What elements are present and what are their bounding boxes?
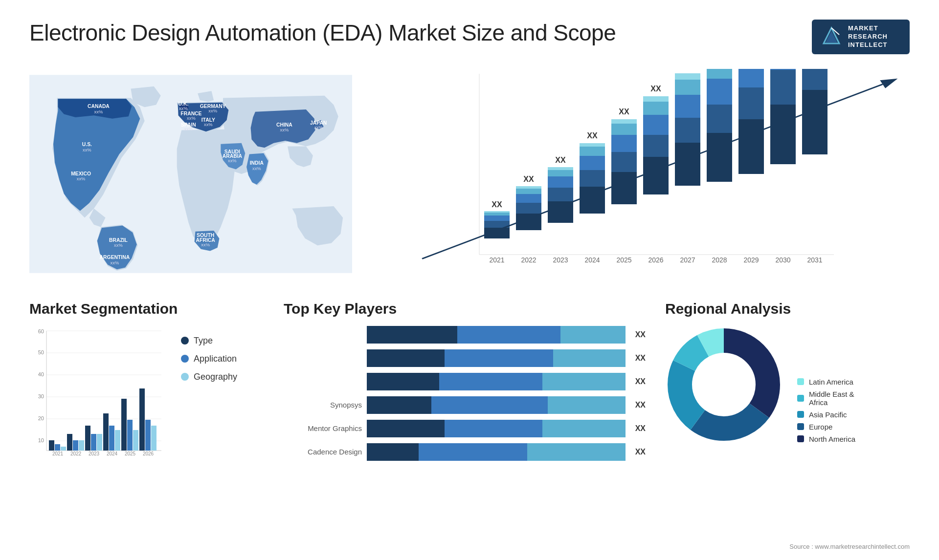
regional-title: Regional Analysis xyxy=(665,301,910,317)
legend-asia-dot xyxy=(797,411,804,418)
legend-type-dot xyxy=(181,337,189,345)
svg-text:xx%: xx% xyxy=(77,176,86,181)
svg-text:xx%: xx% xyxy=(280,127,289,132)
svg-text:2026: 2026 xyxy=(648,256,663,264)
svg-text:60: 60 xyxy=(38,328,44,334)
svg-rect-65 xyxy=(580,143,605,147)
svg-rect-51 xyxy=(516,186,541,189)
svg-rect-57 xyxy=(548,170,573,176)
svg-text:2029: 2029 xyxy=(743,256,759,264)
svg-rect-42 xyxy=(484,215,510,221)
svg-rect-40 xyxy=(484,228,510,238)
donut-chart xyxy=(665,326,782,443)
svg-text:30: 30 xyxy=(38,393,44,399)
player-row-3: XX xyxy=(284,373,646,390)
svg-text:20: 20 xyxy=(38,415,44,421)
svg-rect-136 xyxy=(73,440,78,451)
svg-text:xx%: xx% xyxy=(187,115,196,120)
key-players-section: Top Key Players XX xyxy=(284,301,646,463)
svg-rect-68 xyxy=(611,172,637,204)
svg-text:xx%: xx% xyxy=(314,124,323,129)
logo-icon xyxy=(821,26,842,47)
legend-latin-dot xyxy=(797,378,804,385)
svg-rect-143 xyxy=(103,413,109,451)
svg-rect-64 xyxy=(580,147,605,156)
svg-rect-148 xyxy=(127,420,133,451)
world-map: CANADA xx% U.S. xx% MEXICO xx% BRAZIL xx… xyxy=(29,69,352,279)
legend-type: Type xyxy=(181,336,237,346)
svg-rect-56 xyxy=(548,176,573,188)
svg-text:50: 50 xyxy=(38,349,44,355)
svg-rect-144 xyxy=(109,426,114,451)
svg-text:xx%: xx% xyxy=(228,158,237,163)
segmentation-section: Market Segmentation 60 50 40 30 20 10 xyxy=(29,301,264,463)
svg-text:XX: XX xyxy=(523,175,534,183)
svg-rect-43 xyxy=(484,213,510,215)
svg-rect-97 xyxy=(738,87,764,119)
logo: MARKET RESEARCH INTELLECT xyxy=(812,20,910,54)
svg-text:2022: 2022 xyxy=(521,256,536,264)
svg-rect-49 xyxy=(516,194,541,203)
svg-text:2025: 2025 xyxy=(616,256,631,264)
player-bar-synopsys xyxy=(367,396,626,414)
segmentation-title: Market Segmentation xyxy=(29,301,264,317)
svg-text:2021: 2021 xyxy=(52,451,64,456)
svg-rect-44 xyxy=(484,211,510,213)
svg-rect-135 xyxy=(67,434,72,451)
bar-chart-svg: XX 2021 XX 2022 xyxy=(381,69,910,274)
legend-latin-label: Latin America xyxy=(809,378,853,386)
legend-type-label: Type xyxy=(194,336,213,346)
svg-rect-92 xyxy=(707,69,732,79)
legend-na-dot xyxy=(797,435,804,442)
svg-text:MEXICO: MEXICO xyxy=(71,171,91,176)
svg-text:2028: 2028 xyxy=(712,256,727,264)
seg-legend: Type Application Geography xyxy=(181,326,237,382)
seg-chart-area: 60 50 40 30 20 10 xyxy=(29,326,264,463)
svg-rect-50 xyxy=(516,189,541,194)
svg-rect-147 xyxy=(121,399,127,451)
legend-geography-dot xyxy=(181,373,189,381)
svg-text:xx%: xx% xyxy=(252,165,261,171)
svg-text:xx%: xx% xyxy=(201,242,210,247)
player-name-synopsys: Synopsys xyxy=(284,401,362,409)
player-val-1: XX xyxy=(635,330,646,339)
svg-rect-98 xyxy=(738,69,764,87)
seg-chart: 60 50 40 30 20 10 xyxy=(29,326,166,463)
svg-text:XX: XX xyxy=(492,200,502,209)
legend-geography: Geography xyxy=(181,372,237,382)
player-row-cadence: Cadence Design XX xyxy=(284,443,646,461)
svg-rect-153 xyxy=(151,426,156,451)
svg-rect-85 xyxy=(675,80,700,95)
svg-point-160 xyxy=(694,355,753,414)
chart-section: XX 2021 XX 2022 xyxy=(372,69,910,281)
svg-rect-149 xyxy=(133,430,138,451)
main-grid: CANADA xx% U.S. xx% MEXICO xx% BRAZIL xx… xyxy=(29,69,910,463)
svg-text:xx%: xx% xyxy=(204,122,213,127)
svg-text:ARGENTINA: ARGENTINA xyxy=(100,255,130,260)
svg-text:2031: 2031 xyxy=(807,256,822,264)
legend-europe: Europe xyxy=(797,423,855,431)
svg-text:xx%: xx% xyxy=(208,108,217,113)
player-bar-1 xyxy=(367,326,626,344)
regional-section: Regional Analysis xyxy=(665,301,910,463)
legend-mea-label: Middle East &Africa xyxy=(809,390,854,407)
legend-northamerica: North America xyxy=(797,435,855,443)
svg-rect-139 xyxy=(85,426,90,451)
svg-rect-62 xyxy=(580,170,605,187)
svg-text:2022: 2022 xyxy=(70,451,82,456)
bottom-grid: Market Segmentation 60 50 40 30 20 10 xyxy=(29,301,910,463)
svg-rect-41 xyxy=(484,221,510,228)
svg-rect-78 xyxy=(643,102,669,115)
svg-rect-83 xyxy=(675,118,700,143)
svg-rect-96 xyxy=(738,119,764,174)
svg-text:xx%: xx% xyxy=(184,126,193,131)
svg-rect-91 xyxy=(707,79,732,105)
svg-rect-58 xyxy=(548,167,573,170)
player-name-cadence: Cadence Design xyxy=(284,448,362,456)
svg-text:xx%: xx% xyxy=(179,106,188,111)
svg-rect-84 xyxy=(675,95,700,118)
player-bar-2 xyxy=(367,349,626,367)
svg-text:2021: 2021 xyxy=(489,256,504,264)
page: Electronic Design Automation (EDA) Marke… xyxy=(0,0,939,560)
logo-text: MARKET RESEARCH INTELLECT xyxy=(848,24,888,49)
